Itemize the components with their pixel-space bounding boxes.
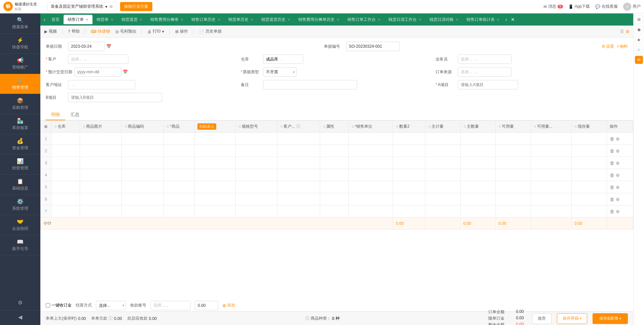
- row-main-qty-1[interactable]: [460, 133, 496, 145]
- row-available2-4[interactable]: [531, 169, 571, 181]
- amount-input[interactable]: [195, 301, 218, 310]
- row-customer-5[interactable]: [277, 181, 320, 193]
- row-warehouse-6[interactable]: [51, 193, 80, 205]
- user-item[interactable]: U 用户: [623, 3, 641, 11]
- row-spec-7[interactable]: [235, 205, 277, 217]
- rp-btn-1[interactable]: ⊞: [635, 15, 643, 24]
- print-btn[interactable]: 🖨 打印 ▾: [147, 29, 164, 34]
- sidebar-item-inventory[interactable]: 🏪库存核算: [0, 114, 40, 134]
- row-available-1[interactable]: [496, 133, 531, 145]
- tab-prev-arrow[interactable]: ‹: [42, 17, 47, 22]
- sidebar-item-nav[interactable]: ⚡快捷导航: [0, 34, 40, 54]
- row-attr-6[interactable]: [320, 193, 349, 205]
- tab-close-order-workbench[interactable]: ✕: [378, 18, 380, 22]
- nav-tab-sales-order[interactable]: 销售订单✕: [64, 15, 92, 24]
- tab-next-arrow[interactable]: ›: [503, 17, 509, 22]
- delete-btn-1[interactable]: 🗑: [610, 136, 614, 141]
- row-current-4[interactable]: [572, 169, 607, 181]
- row-spec-6[interactable]: [235, 193, 277, 205]
- row-unit-5[interactable]: [348, 181, 393, 193]
- sidebar-item-search[interactable]: 🔍搜索菜单: [0, 13, 40, 34]
- rp-btn-3[interactable]: ◈: [635, 36, 643, 44]
- tab-close-daily-clear[interactable]: ✕: [419, 18, 421, 22]
- online-service-item[interactable]: 💬 在线客服: [595, 4, 618, 9]
- row-qty2-3[interactable]: [393, 157, 425, 169]
- tab-close-expense-history[interactable]: ✕: [337, 18, 339, 22]
- project-b-input[interactable]: [68, 93, 162, 102]
- nav-tab-home[interactable]: 首页: [47, 15, 64, 24]
- row-name-4[interactable]: [163, 169, 194, 181]
- row-main-unit-2[interactable]: [425, 145, 460, 157]
- row-current-7[interactable]: [572, 205, 607, 217]
- rp-btn-2[interactable]: ◉: [635, 26, 643, 34]
- row-main-unit-6[interactable]: [425, 193, 460, 205]
- row-customer-3[interactable]: [277, 157, 320, 169]
- row-attr-7[interactable]: [320, 205, 349, 217]
- tab-close-sales-expense[interactable]: ✕: [181, 18, 183, 22]
- row-available2-6[interactable]: [531, 193, 571, 205]
- tab-close-daily-check[interactable]: ✕: [456, 18, 458, 22]
- order-no-input[interactable]: [346, 42, 400, 51]
- row-code-4[interactable]: [122, 169, 164, 181]
- row-available-3[interactable]: [496, 157, 531, 169]
- row-main-qty-3[interactable]: [460, 157, 496, 169]
- row-available-2[interactable]: [496, 145, 531, 157]
- nav-tab-daily-clear[interactable]: 钱货日清工作台✕: [384, 15, 425, 24]
- col-scan[interactable]: 扫码录入: [195, 121, 235, 133]
- row-current-3[interactable]: [572, 157, 607, 169]
- profit-btn[interactable]: ◎ 毛利预估: [115, 29, 136, 34]
- help-btn[interactable]: ? 帮助: [68, 29, 80, 34]
- tab-close-refund-history[interactable]: ✕: [288, 18, 290, 22]
- copy-btn-2[interactable]: ⊕: [616, 149, 620, 153]
- sidebar-settings[interactable]: ⚙: [0, 296, 40, 311]
- row-main-unit-1[interactable]: [425, 133, 460, 145]
- order-source-wrapper[interactable]: 选择... ...: [458, 67, 512, 77]
- save-draft-button[interactable]: 保存草稿 ▾: [557, 313, 587, 324]
- add-photo-btn[interactable]: + 物料: [617, 44, 628, 49]
- row-name-3[interactable]: [163, 157, 194, 169]
- row-code-6[interactable]: [122, 193, 164, 205]
- row-customer-1[interactable]: [277, 133, 320, 145]
- tab-close-stats[interactable]: ✕: [497, 18, 499, 22]
- row-qty2-4[interactable]: [393, 169, 425, 181]
- col-settings[interactable]: ⚙: [41, 121, 51, 133]
- save-new-button[interactable]: 保存&新增 ▾: [593, 313, 628, 324]
- row-image-5[interactable]: [80, 181, 122, 193]
- address-wrapper[interactable]: ...: [68, 80, 135, 89]
- row-warehouse-5[interactable]: [51, 181, 80, 193]
- row-code-1[interactable]: [122, 133, 164, 145]
- nav-tab-expense-history[interactable]: 销售费用分摊单历史✕: [294, 15, 343, 24]
- copy-btn-6[interactable]: ⊕: [616, 197, 620, 202]
- nav-tab-sales-return[interactable]: 销货单✕: [92, 15, 117, 24]
- row-main-qty-2[interactable]: [460, 145, 496, 157]
- row-attr-5[interactable]: [320, 181, 349, 193]
- copy-btn-1[interactable]: ⊕: [616, 136, 620, 141]
- row-spec-5[interactable]: [235, 181, 277, 193]
- tab-close-return-history[interactable]: ✕: [251, 18, 253, 22]
- row-code-2[interactable]: [122, 145, 164, 157]
- message-item[interactable]: ✉ 消息 9: [543, 4, 563, 9]
- row-name-2[interactable]: [163, 145, 194, 157]
- row-name-1[interactable]: [163, 133, 194, 145]
- row-warehouse-3[interactable]: [51, 157, 80, 169]
- add-link[interactable]: ⊕ 添加: [222, 302, 235, 308]
- row-attr-3[interactable]: [320, 157, 349, 169]
- pay-method-select[interactable]: 选择...: [96, 301, 126, 310]
- delete-btn-4[interactable]: 🗑: [610, 173, 614, 177]
- client-input-wrapper[interactable]: 选择... ...: [68, 54, 128, 64]
- nav-tab-stats[interactable]: 销售订单统计表✕: [462, 15, 503, 24]
- row-current-1[interactable]: [572, 133, 607, 145]
- row-image-6[interactable]: [80, 193, 122, 205]
- delete-btn-3[interactable]: 🗑: [610, 161, 614, 165]
- row-spec-4[interactable]: [235, 169, 277, 181]
- delete-btn-6[interactable]: 🗑: [610, 197, 614, 202]
- row-name-6[interactable]: [163, 193, 194, 205]
- tab-close-sales-history[interactable]: ✕: [218, 18, 220, 22]
- sidebar-item-marketing[interactable]: 📢营销推广: [0, 54, 40, 74]
- agent-input-wrapper[interactable]: 选择... ...: [458, 54, 512, 64]
- toolbar-list-icon[interactable]: ☰: [620, 29, 624, 34]
- row-main-qty-5[interactable]: [460, 181, 496, 193]
- row-code-3[interactable]: [122, 157, 164, 169]
- row-current-2[interactable]: [572, 145, 607, 157]
- nav-tab-daily-check[interactable]: 钱货日清对账✕: [425, 15, 462, 24]
